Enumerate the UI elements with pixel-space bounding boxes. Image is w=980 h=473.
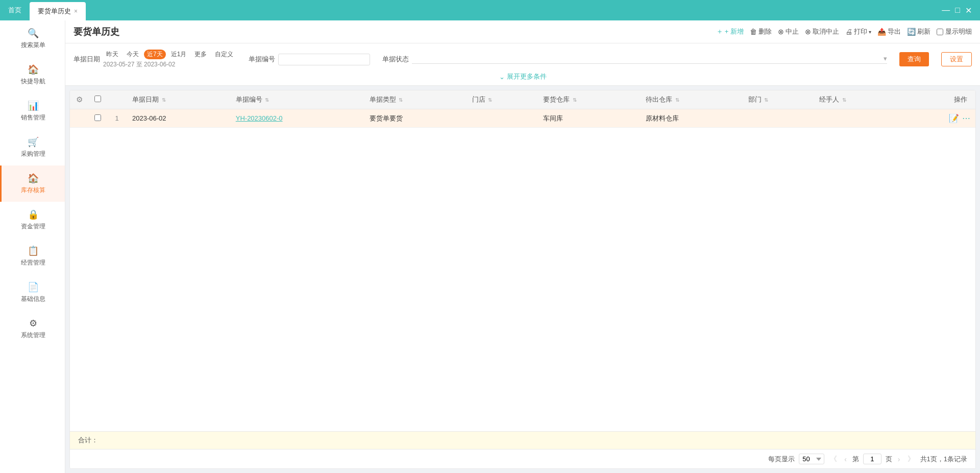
sort-doc-date-icon[interactable]: ⇅ bbox=[162, 97, 166, 103]
data-table: ⚙ 单据日期 ⇅ 单据编号 bbox=[70, 90, 975, 128]
date-btn-more[interactable]: 更多 bbox=[191, 50, 210, 59]
date-btn-today[interactable]: 今天 bbox=[124, 50, 142, 59]
sort-req-warehouse-icon[interactable]: ⇅ bbox=[573, 97, 577, 103]
row-actions: 📝 ⋯ bbox=[901, 109, 975, 128]
sidebar-item-quick-nav[interactable]: 🏠 快捷导航 bbox=[0, 57, 65, 93]
gear-icon: ⚙ bbox=[29, 318, 37, 329]
cancel-stop-button[interactable]: ⊗ 取消中止 bbox=[805, 27, 839, 36]
query-button[interactable]: 查询 bbox=[899, 52, 929, 66]
date-filter: 单据日期 昨天 今天 近7天 近1月 更多 自定义 2023-05-27 至 2… bbox=[74, 50, 236, 69]
sort-pending-warehouse-icon[interactable]: ⇅ bbox=[675, 97, 679, 103]
sidebar-item-operations-label: 经营管理 bbox=[21, 258, 45, 267]
col-handler: 经手人 ⇅ bbox=[814, 90, 901, 109]
operations-icon: 📋 bbox=[28, 245, 39, 256]
inventory-icon: 🏠 bbox=[28, 173, 39, 184]
close-icon[interactable]: ✕ bbox=[965, 6, 972, 15]
page-label: 第 bbox=[852, 455, 859, 464]
row-settings bbox=[70, 109, 88, 128]
new-label: + 新增 bbox=[725, 27, 744, 36]
doc-num-link[interactable]: YH-20230602-0 bbox=[236, 114, 283, 122]
date-btn-custom[interactable]: 自定义 bbox=[212, 50, 236, 59]
per-page-select[interactable]: 20 50 100 bbox=[799, 454, 824, 464]
row-edit-icon[interactable]: 📝 bbox=[949, 113, 959, 123]
top-tabs: 首页 要货单历史 × bbox=[0, 0, 942, 20]
sidebar-item-search-menu[interactable]: 🔍 搜索菜单 bbox=[0, 20, 65, 57]
maximize-icon[interactable]: □ bbox=[955, 6, 960, 15]
status-dropdown-icon[interactable]: ▾ bbox=[884, 55, 887, 62]
page-input[interactable] bbox=[863, 454, 881, 464]
filter-area: 单据日期 昨天 今天 近7天 近1月 更多 自定义 2023-05-27 至 2… bbox=[65, 43, 980, 86]
print-button[interactable]: 🖨 打印 ▾ bbox=[845, 27, 871, 36]
date-btn-yesterday[interactable]: 昨天 bbox=[103, 50, 121, 59]
refresh-button[interactable]: 🔄 刷新 bbox=[907, 27, 930, 36]
sidebar-item-sales-mgmt[interactable]: 📊 销售管理 bbox=[0, 93, 65, 129]
sidebar-item-quicknav-label: 快捷导航 bbox=[21, 77, 45, 86]
last-page-button[interactable]: 》 bbox=[906, 455, 916, 464]
stop-icon: ⊗ bbox=[778, 28, 784, 36]
refresh-icon: 🔄 bbox=[907, 28, 916, 36]
docnum-input[interactable] bbox=[278, 54, 370, 65]
first-page-button[interactable]: 《 bbox=[828, 455, 839, 464]
home-icon: 🏠 bbox=[28, 64, 39, 75]
pagination: 每页显示 20 50 100 《 ‹ 第 页 › 》 共1页，1条记录 bbox=[70, 449, 975, 468]
date-btn-7days[interactable]: 近7天 bbox=[144, 50, 166, 59]
row-checkbox[interactable] bbox=[94, 114, 101, 121]
sidebar-item-finance-label: 资金管理 bbox=[21, 222, 45, 231]
table-header-row: ⚙ 单据日期 ⇅ 单据编号 bbox=[70, 90, 975, 109]
page-header: 要货单历史 ＋ + 新增 🗑 删除 ⊗ 中止 ⊗ 取消中止 bbox=[65, 20, 980, 43]
content-area: 要货单历史 ＋ + 新增 🗑 删除 ⊗ 中止 ⊗ 取消中止 bbox=[65, 20, 980, 473]
expand-more-toggle[interactable]: ⌄ 展开更多条件 bbox=[74, 69, 972, 81]
next-page-button[interactable]: › bbox=[896, 455, 902, 463]
col-settings: ⚙ bbox=[70, 90, 88, 109]
sidebar-item-system-mgmt[interactable]: ⚙ 系统管理 bbox=[0, 311, 65, 347]
date-btn-1month[interactable]: 近1月 bbox=[168, 50, 190, 59]
sidebar-item-system-label: 系统管理 bbox=[21, 331, 45, 340]
tab-home[interactable]: 首页 bbox=[0, 0, 30, 20]
minimize-icon[interactable]: — bbox=[942, 6, 950, 15]
col-store: 门店 ⇅ bbox=[467, 90, 538, 109]
header-actions: ＋ + 新增 🗑 删除 ⊗ 中止 ⊗ 取消中止 🖨 打印 bbox=[716, 27, 972, 36]
sort-doc-num-icon[interactable]: ⇅ bbox=[265, 97, 269, 103]
export-label: 导出 bbox=[888, 27, 901, 36]
print-dropdown-icon: ▾ bbox=[869, 29, 871, 35]
col-doc-num: 单据编号 ⇅ bbox=[231, 90, 364, 109]
row-doc-date: 2023-06-02 bbox=[127, 109, 231, 128]
sort-store-icon[interactable]: ⇅ bbox=[488, 97, 492, 103]
sidebar-item-basic-info[interactable]: 📄 基础信息 bbox=[0, 274, 65, 311]
settings-button[interactable]: 设置 bbox=[941, 52, 972, 66]
new-button[interactable]: ＋ + 新增 bbox=[716, 27, 744, 36]
page-title: 要货单历史 bbox=[74, 26, 119, 38]
prev-page-button[interactable]: ‹ bbox=[843, 455, 848, 463]
row-pending-warehouse: 原材料仓库 bbox=[641, 109, 743, 128]
total-info: 共1页，1条记录 bbox=[920, 455, 967, 464]
docnum-filter-label: 单据编号 bbox=[249, 55, 275, 64]
status-filter-label: 单据状态 bbox=[382, 55, 409, 64]
sidebar-item-inventory-label: 库存核算 bbox=[21, 186, 45, 195]
sidebar-item-inventory[interactable]: 🏠 库存核算 bbox=[0, 165, 65, 202]
sidebar-item-operations-mgmt[interactable]: 📋 经营管理 bbox=[0, 238, 65, 274]
print-icon: 🖨 bbox=[845, 28, 852, 36]
display-detail-toggle[interactable]: 显示明细 bbox=[937, 27, 972, 36]
sidebar-item-purchase-mgmt[interactable]: 🛒 采购管理 bbox=[0, 129, 65, 165]
display-detail-checkbox-input[interactable] bbox=[937, 29, 943, 35]
export-button[interactable]: 📤 导出 bbox=[877, 27, 901, 36]
delete-button[interactable]: 🗑 删除 bbox=[750, 27, 772, 36]
delete-icon: 🗑 bbox=[750, 28, 757, 36]
tab-requisition-history[interactable]: 要货单历史 × bbox=[30, 2, 86, 20]
table-settings-icon[interactable]: ⚙ bbox=[76, 95, 83, 104]
select-all-checkbox[interactable] bbox=[94, 96, 101, 102]
sidebar-item-finance-mgmt[interactable]: 🔒 资金管理 bbox=[0, 202, 65, 238]
tab-close-icon[interactable]: × bbox=[74, 8, 78, 15]
sort-doc-type-icon[interactable]: ⇅ bbox=[399, 97, 403, 103]
sort-handler-icon[interactable]: ⇅ bbox=[842, 97, 846, 103]
cart-icon: 🛒 bbox=[28, 136, 39, 148]
quick-date-buttons: 昨天 今天 近7天 近1月 更多 自定义 bbox=[103, 50, 236, 59]
sidebar-item-purchase-label: 采购管理 bbox=[21, 150, 45, 158]
lock-icon: 🔒 bbox=[28, 209, 39, 220]
row-more-icon[interactable]: ⋯ bbox=[962, 113, 970, 123]
stop-button[interactable]: ⊗ 中止 bbox=[778, 27, 799, 36]
per-page-label: 每页显示 bbox=[768, 455, 795, 464]
date-filter-options: 昨天 今天 近7天 近1月 更多 自定义 2023-05-27 至 2023-0… bbox=[103, 50, 236, 69]
top-bar: 首页 要货单历史 × — □ ✕ bbox=[0, 0, 980, 20]
sort-department-icon[interactable]: ⇅ bbox=[764, 97, 768, 103]
